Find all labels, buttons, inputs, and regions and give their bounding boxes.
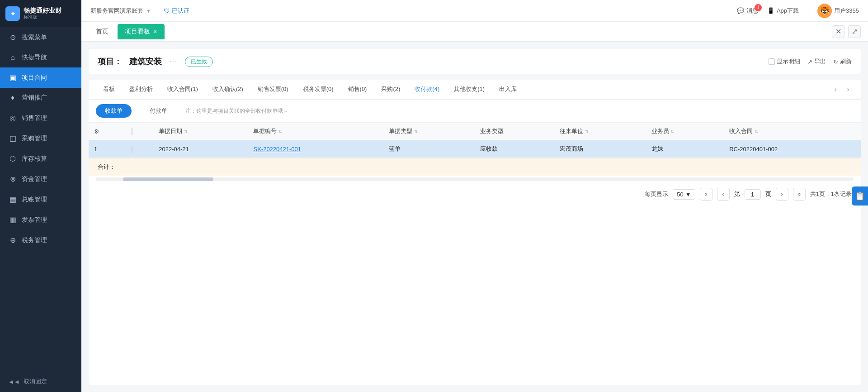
sidebar-item-purchase[interactable]: ◫ 采购管理 xyxy=(0,128,81,148)
sidebar-item-inventory[interactable]: ⬡ 库存核算 xyxy=(0,148,81,169)
subtab-receipt[interactable]: 收付款(4) xyxy=(407,80,447,100)
subtab-in-out[interactable]: 出入库 xyxy=(492,80,524,100)
receipt-filter-btn[interactable]: 收款单 xyxy=(96,104,132,118)
project-header-right: 显示明细 ↗ 导出 ↻ 刷新 xyxy=(769,57,852,66)
sidebar-item-project-contract[interactable]: ▣ 项目合同 xyxy=(0,67,81,88)
subtab-income-contract[interactable]: 收入合同(1) xyxy=(160,80,205,100)
sort-icon: ⇅ xyxy=(184,129,188,134)
col-salesman[interactable]: 业务员 ⇅ xyxy=(646,123,724,140)
subtab-sales-invoice[interactable]: 销售发票(0) xyxy=(250,80,296,100)
summary-row: 合计： xyxy=(89,158,861,176)
next-page-btn[interactable]: › xyxy=(776,188,788,201)
logo-title: 畅捷通好业财 xyxy=(24,7,61,14)
col-checkbox[interactable] xyxy=(126,123,153,140)
col-income-contract[interactable]: 收入合同 ⇅ xyxy=(724,123,861,140)
subtab-other-income[interactable]: 其他收支(1) xyxy=(447,80,492,100)
sidebar-item-quick-nav[interactable]: ⌂ 快捷导航 xyxy=(0,48,81,67)
export-icon: ↗ xyxy=(807,58,812,65)
sidebar-item-label: 项目合同 xyxy=(22,74,47,82)
document-link[interactable]: SK-20220421-001 xyxy=(253,146,301,153)
content-inner: 看板 盈利分析 收入合同(1) 收入确认(2) 销售发票(0) 税务发票(0) xyxy=(89,80,861,385)
settings-icon: ⚙ xyxy=(94,128,99,135)
user-profile[interactable]: 🐯 用户3355 xyxy=(817,4,859,18)
sidebar-unpin[interactable]: ◄◄ 取消固定 xyxy=(0,371,81,392)
sales-icon: ◎ xyxy=(8,114,17,122)
last-page-btn[interactable]: » xyxy=(793,188,806,201)
scrollbar-thumb[interactable] xyxy=(123,177,213,181)
col-type[interactable]: 单据类型 ⇅ xyxy=(383,123,475,140)
col-date[interactable]: 单据日期 ⇅ xyxy=(153,123,248,140)
col-number[interactable]: 单据编号 ⇅ xyxy=(248,123,383,140)
sidebar-item-label: 发票管理 xyxy=(22,216,47,224)
sort-icon: ⇅ xyxy=(670,129,674,134)
cell-index: 1 xyxy=(89,140,126,158)
horizontal-scrollbar[interactable] xyxy=(96,177,854,181)
subtab-purchase[interactable]: 采购(2) xyxy=(374,80,407,100)
subtab-profit[interactable]: 盈利分析 xyxy=(122,80,160,100)
export-button[interactable]: ↗ 导出 xyxy=(807,57,826,66)
account-selector[interactable]: 新服务官网演示账套 ▼ xyxy=(90,7,151,15)
subtab-sales[interactable]: 销售(0) xyxy=(341,80,374,100)
tab-expand-button[interactable]: ⤢ xyxy=(848,25,861,38)
sidebar-item-ledger[interactable]: ▤ 总账管理 xyxy=(0,189,81,210)
message-action[interactable]: 💬 消息 1 xyxy=(737,7,758,15)
sidebar-item-label: 营销推广 xyxy=(22,94,47,102)
subtab-tax-invoice[interactable]: 税务发票(0) xyxy=(296,80,341,100)
first-page-btn[interactable]: « xyxy=(700,188,712,201)
page-input[interactable] xyxy=(745,189,761,200)
subtab-kanban[interactable]: 看板 xyxy=(96,80,122,100)
finance-icon: ⊗ xyxy=(8,175,17,183)
tab-project-board[interactable]: 项目看板 ✕ xyxy=(118,24,165,39)
cell-checkbox[interactable] xyxy=(126,140,153,158)
subtab-next-btn[interactable]: › xyxy=(843,84,854,95)
floating-icon: 📋 xyxy=(855,191,865,201)
chevron-down-icon: ▼ xyxy=(685,191,691,198)
verified-badge: 🛡 已认证 xyxy=(164,7,189,15)
sidebar-item-tax[interactable]: ⊕ 税务管理 xyxy=(0,230,81,250)
project-label: 项目： xyxy=(98,56,122,67)
per-page-select[interactable]: 50 ▼ xyxy=(673,189,695,200)
mobile-icon: 📱 xyxy=(767,7,774,14)
logo-sub: 标准版 xyxy=(24,14,61,20)
sidebar-item-search[interactable]: ⊙ 搜索菜单 xyxy=(0,27,81,48)
row-checkbox[interactable] xyxy=(132,145,132,153)
home-icon: ⌂ xyxy=(8,53,17,62)
show-detail-label: 显示明细 xyxy=(777,57,800,66)
prev-page-btn[interactable]: ‹ xyxy=(717,188,730,201)
col-partner[interactable]: 往来单位 ⇅ xyxy=(554,123,646,140)
cell-number[interactable]: SK-20220421-001 xyxy=(248,140,383,158)
sidebar-item-invoice[interactable]: ▥ 发票管理 xyxy=(0,210,81,230)
show-detail-toggle[interactable]: 显示明细 xyxy=(769,57,800,66)
pagination: 每页显示 50 ▼ « ‹ 第 页 › » 共1页，1条记录 xyxy=(89,183,861,205)
unpin-label: 取消固定 xyxy=(24,378,47,386)
tab-home[interactable]: 首页 xyxy=(89,24,116,39)
project-icon: ▣ xyxy=(8,73,17,82)
sidebar-item-sales[interactable]: ◎ 销售管理 xyxy=(0,108,81,128)
subtabs: 看板 盈利分析 收入合同(1) 收入确认(2) 销售发票(0) 税务发票(0) xyxy=(89,80,861,100)
summary-label: 合计： xyxy=(98,163,115,170)
subtab-nav: ‹ › xyxy=(830,80,854,99)
more-options-icon[interactable]: ··· xyxy=(169,57,178,66)
sidebar-item-label: 搜索菜单 xyxy=(22,33,47,42)
payment-filter-btn[interactable]: 付款单 xyxy=(141,104,176,118)
subtab-prev-btn[interactable]: ‹ xyxy=(830,84,841,95)
col-settings[interactable]: ⚙ xyxy=(89,123,126,140)
table-wrapper: ⚙ 单据日期 ⇅ 单据编号 ⇅ xyxy=(89,123,861,385)
refresh-button[interactable]: ↻ 刷新 xyxy=(833,57,852,66)
sidebar-item-finance[interactable]: ⊗ 资金管理 xyxy=(0,169,81,189)
subtab-income-confirm[interactable]: 收入确认(2) xyxy=(205,80,250,100)
tab-home-label: 首页 xyxy=(96,28,108,36)
app-download-action[interactable]: 📱 App下载 xyxy=(767,7,799,15)
user-name: 用户3355 xyxy=(834,7,859,15)
header-checkbox[interactable] xyxy=(132,128,132,135)
sidebar-item-marketing[interactable]: ♦ 营销推广 xyxy=(0,88,81,108)
refresh-label: 刷新 xyxy=(840,57,852,66)
tab-close-button[interactable]: ✕ xyxy=(832,25,844,38)
floating-right-button[interactable]: 📋 xyxy=(852,186,868,206)
table-row[interactable]: 1 2022-04-21 SK-20220421-001 蓝单 应收款 宏茂商场 xyxy=(89,140,861,158)
logo: ✦ 畅捷通好业财 标准版 xyxy=(0,0,81,27)
chevron-down-icon: ▼ xyxy=(146,8,151,14)
table-header-row: ⚙ 单据日期 ⇅ 单据编号 ⇅ xyxy=(89,123,861,140)
ledger-icon: ▤ xyxy=(8,195,17,204)
tab-close-icon[interactable]: ✕ xyxy=(153,29,157,35)
